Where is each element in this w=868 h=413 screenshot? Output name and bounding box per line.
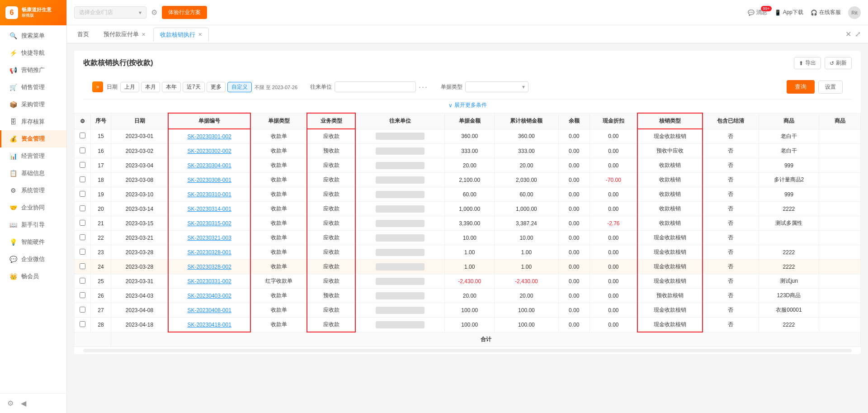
query-button[interactable]: 查询: [787, 80, 815, 94]
voucher-no-link[interactable]: SK-20230304-001: [187, 162, 231, 169]
refresh-button[interactable]: ↺ 刷新: [825, 57, 852, 69]
settings-icon[interactable]: ⚙: [7, 399, 14, 408]
cell-checkbox[interactable]: [75, 245, 91, 260]
tab-writeoff[interactable]: 收款核销执行 ✕: [153, 28, 209, 42]
table-row: 23 2023-03-28 SK-20230328-001 收款单 应收款 ██…: [75, 245, 861, 260]
collapse-icon[interactable]: ◀: [21, 399, 26, 408]
partner-filter-input[interactable]: [335, 81, 416, 92]
sidebar-item-销售管理[interactable]: 🛒销售管理: [0, 79, 66, 96]
cell-checkbox[interactable]: [75, 303, 91, 318]
voucher-no-link[interactable]: SK-20230408-001: [187, 307, 231, 313]
cell-writeoff-amount: 1.00: [494, 260, 558, 274]
col-writeoff-amount: 累计核销金额: [494, 113, 558, 129]
voucher-type-select[interactable]: [465, 81, 528, 92]
cell-balance: 0.00: [558, 274, 590, 289]
cell-balance: 0.00: [558, 144, 590, 158]
date-btn-7days[interactable]: 近7天: [183, 82, 205, 92]
date-btn-this-year[interactable]: 本年: [162, 82, 181, 92]
sidebar-item-基础信息[interactable]: 📋基础信息: [0, 165, 66, 182]
voucher-no-link[interactable]: SK-20230321-003: [187, 235, 231, 241]
cell-partner: ████████: [355, 318, 445, 332]
sidebar-item-经营管理[interactable]: 📊经营管理: [0, 147, 66, 165]
cell-goods2: [819, 303, 861, 318]
date-btn-more[interactable]: 更多: [207, 82, 226, 92]
cell-goods2: [819, 158, 861, 173]
cell-checkbox[interactable]: [75, 187, 91, 202]
sidebar-item-企业协同[interactable]: 🤝企业协同: [0, 199, 66, 216]
cell-seq: 28: [91, 318, 111, 332]
cell-checkbox[interactable]: [75, 274, 91, 289]
sidebar-item-库存核算[interactable]: 🗄库存核算: [0, 113, 66, 130]
voucher-no-link[interactable]: SK-20230302-002: [187, 148, 231, 154]
user-avatar[interactable]: Rit: [848, 6, 861, 19]
enterprise-selector[interactable]: 选择企业/门店 ▾: [74, 6, 146, 19]
cell-seq: 23: [91, 245, 111, 260]
cell-checkbox[interactable]: [75, 260, 91, 274]
export-button[interactable]: ⬆ 导出: [794, 57, 821, 69]
cell-checkbox[interactable]: [75, 158, 91, 173]
voucher-no-link[interactable]: SK-20230310-001: [187, 191, 231, 198]
tab-expand-icon[interactable]: ⤢: [855, 30, 861, 38]
industry-solution-button[interactable]: 体验行业方案: [162, 6, 207, 19]
sidebar-item-畅会员[interactable]: 👑畅会员: [0, 268, 66, 285]
sidebar-item-营销推广[interactable]: 📢营销推广: [0, 62, 66, 79]
voucher-no-link[interactable]: SK-20230328-001: [187, 249, 231, 256]
date-btn-this-month[interactable]: 本月: [141, 82, 160, 92]
sidebar-item-搜索菜单[interactable]: 🔍搜索菜单: [0, 27, 66, 44]
refresh-label: 刷新: [836, 59, 847, 67]
date-btn-last-month[interactable]: 上月: [120, 82, 139, 92]
cell-checkbox[interactable]: [75, 202, 91, 216]
cell-partner: ████████: [355, 260, 445, 274]
voucher-no-link[interactable]: SK-20230314-001: [187, 206, 231, 212]
cell-biz-type: 应收款: [307, 216, 355, 231]
cell-voucher-no: SK-20230328-001: [168, 245, 250, 260]
col-gear[interactable]: ⚙: [75, 113, 91, 129]
customer-service-button[interactable]: 🎧 在线客服: [811, 9, 841, 16]
export-icon: ⬆: [799, 60, 803, 66]
voucher-no-link[interactable]: SK-20230331-002: [187, 278, 231, 285]
voucher-no-link[interactable]: SK-20230403-002: [187, 293, 231, 299]
setting-button[interactable]: 设置: [818, 81, 843, 94]
footer-label: [75, 332, 111, 347]
cell-checkbox[interactable]: [75, 231, 91, 245]
cell-checkbox[interactable]: [75, 318, 91, 332]
cell-writeoff-type: 预收款核销: [637, 289, 702, 303]
cell-checkbox[interactable]: [75, 144, 91, 158]
cell-voucher-type: 收款单: [250, 289, 307, 303]
cell-goods: 2222: [759, 202, 819, 216]
cell-checkbox[interactable]: [75, 289, 91, 303]
tab-writeoff-close[interactable]: ✕: [198, 32, 202, 38]
voucher-no-link[interactable]: SK-20230301-002: [187, 133, 231, 140]
cell-goods2: [819, 216, 861, 231]
table-scroll-bar[interactable]: [83, 349, 852, 352]
cell-amount: 20.00: [445, 289, 494, 303]
dropdown-arrow: ▾: [139, 9, 142, 16]
tab-close-icon[interactable]: ✕: [845, 30, 851, 38]
filter-expand-button[interactable]: »: [92, 81, 103, 92]
tab-home[interactable]: 首页: [71, 27, 96, 41]
cell-checkbox[interactable]: [75, 173, 91, 187]
tab-prepayment-close[interactable]: ✕: [142, 32, 146, 38]
sidebar-label-13: 企业微信: [21, 255, 45, 263]
date-btn-custom[interactable]: 自定义: [227, 82, 252, 92]
sidebar-item-资金管理[interactable]: 💰资金管理: [0, 130, 66, 147]
cell-checkbox[interactable]: [75, 216, 91, 231]
gear-icon[interactable]: ⚙: [151, 8, 157, 17]
sidebar-item-新手引导[interactable]: 📖新手引导: [0, 216, 66, 233]
voucher-no-link[interactable]: SK-20230308-001: [187, 177, 231, 183]
message-button[interactable]: 💬 消息 99+: [748, 9, 767, 16]
voucher-no-link[interactable]: SK-20230328-002: [187, 264, 231, 270]
sidebar-item-系统管理[interactable]: ⚙系统管理: [0, 182, 66, 199]
sidebar-item-企业微信[interactable]: 💬企业微信: [0, 251, 66, 268]
app-download-button[interactable]: 📱 App下载: [774, 9, 803, 16]
voucher-no-link[interactable]: SK-20230315-002: [187, 220, 231, 227]
voucher-no-link[interactable]: SK-20230418-001: [187, 322, 231, 328]
tab-prepayment[interactable]: 预付款应付单 ✕: [97, 27, 152, 41]
sidebar-item-智能硬件[interactable]: 💡智能硬件: [0, 233, 66, 251]
message-icon: 💬: [748, 9, 755, 16]
partner-dots[interactable]: ···: [419, 82, 428, 92]
sidebar-item-采购管理[interactable]: 📦采购管理: [0, 96, 66, 113]
cell-checkbox[interactable]: [75, 129, 91, 144]
expand-more-button[interactable]: ∨ 展开更多条件: [448, 101, 487, 109]
sidebar-item-快捷导航[interactable]: ⚡快捷导航: [0, 44, 66, 62]
